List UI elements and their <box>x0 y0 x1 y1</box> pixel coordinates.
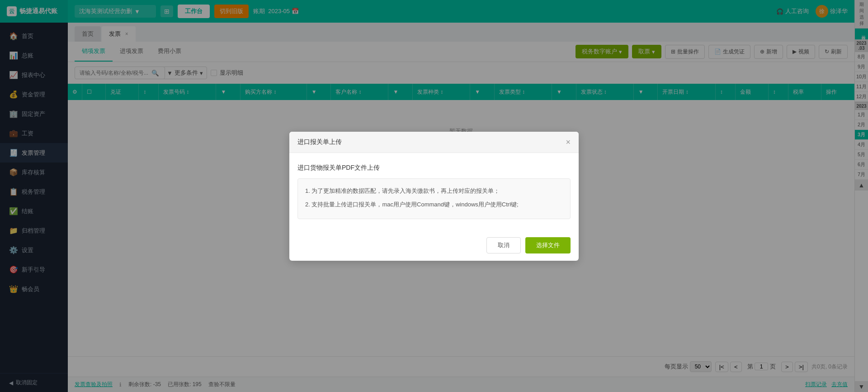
modal-footer: 取消 选择文件 <box>289 230 579 261</box>
modal-close-button[interactable]: × <box>566 138 571 146</box>
modal-header: 进口报关单上传 × <box>289 132 579 153</box>
modal-section-title: 进口货物报关单PDF文件上传 <box>297 164 571 172</box>
import-customs-modal: 进口报关单上传 × 进口货物报关单PDF文件上传 1. 为了更加精准的数据匹配，… <box>289 132 579 261</box>
cancel-button[interactable]: 取消 <box>486 237 521 253</box>
select-file-button[interactable]: 选择文件 <box>525 237 571 253</box>
instruction-2: 2. 支持批量上传进口报关单，mac用户使用Command键，windows用户… <box>305 199 563 210</box>
modal-info-box: 1. 为了更加精准的数据匹配，请先录入海关缴款书，再上传对应的报关单； 2. 支… <box>297 178 571 219</box>
modal-title: 进口报关单上传 <box>297 138 342 146</box>
modal-overlay[interactable]: 进口报关单上传 × 进口货物报关单PDF文件上传 1. 为了更加精准的数据匹配，… <box>0 0 868 392</box>
instruction-1: 1. 为了更加精准的数据匹配，请先录入海关缴款书，再上传对应的报关单； <box>305 185 563 197</box>
modal-body: 进口货物报关单PDF文件上传 1. 为了更加精准的数据匹配，请先录入海关缴款书，… <box>289 153 579 230</box>
